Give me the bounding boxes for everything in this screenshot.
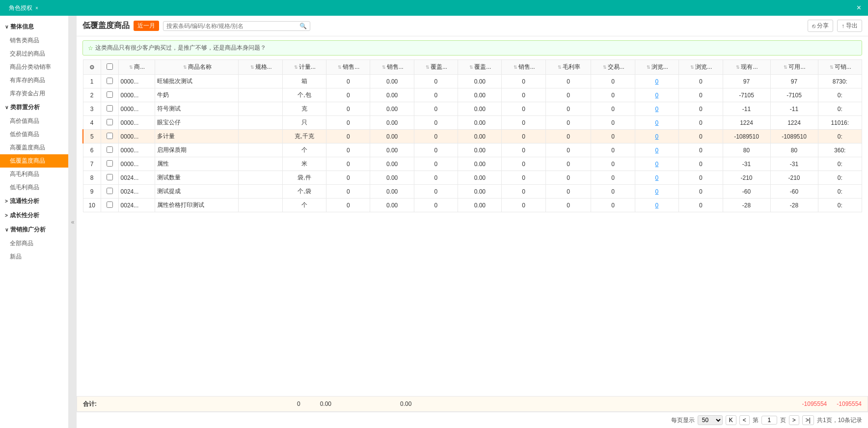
row-checkbox[interactable] (107, 146, 113, 153)
row-sales-count2: 0 (502, 116, 545, 130)
row-name: 启用保质期 (155, 143, 239, 157)
sidebar-toggle-btn[interactable]: « (69, 16, 77, 428)
row-name: 旺辅批次测试 (155, 75, 239, 88)
row-checkbox[interactable] (107, 174, 113, 180)
col-header-sales_count[interactable]: ⇅销售... (326, 60, 370, 75)
sidebar-item-库存资金占用[interactable]: 库存资金占用 (0, 87, 68, 100)
page-number-input[interactable] (761, 416, 777, 425)
sidebar-section-营销推广分析[interactable]: ∨营销推广分析 (0, 223, 68, 237)
col-header-available_stock[interactable]: ⇅可用... (770, 60, 818, 75)
prev-page-btn[interactable]: < (739, 415, 750, 425)
row-checkbox[interactable] (107, 133, 113, 139)
row-saleable: 0: (818, 199, 862, 212)
row-checkbox[interactable] (107, 78, 113, 84)
row-coverage2: 0.00 (458, 143, 502, 157)
views-link[interactable]: 0 (655, 119, 659, 126)
row-views2: 0 (679, 171, 723, 185)
select-all-checkbox[interactable] (107, 63, 113, 70)
sidebar-section-流通性分析[interactable]: >流通性分析 (0, 194, 68, 208)
row-number: 4 (83, 116, 101, 130)
row-gross-margin: 0 (545, 116, 591, 130)
col-header-coverage1[interactable]: ⇅覆盖... (414, 60, 458, 75)
row-name: 符号测试 (155, 102, 239, 116)
row-coverage1: 0 (414, 88, 458, 102)
col-header-sales_count2[interactable]: ⇅销售... (502, 60, 545, 75)
views-link[interactable]: 0 (655, 147, 659, 154)
row-views1: 0 (635, 102, 678, 116)
nav-item-权限设置[interactable]: 权限设置 × (4, 0, 55, 2)
table-container[interactable]: ⚙⇅商...⇅商品名称⇅规格...⇅计量...⇅销售...⇅销售...⇅覆盖..… (77, 59, 868, 396)
row-views1: 0 (635, 199, 678, 212)
sidebar-item-销售类商品[interactable]: 销售类商品 (0, 34, 68, 47)
col-header-current_stock[interactable]: ⇅现有... (723, 60, 770, 75)
views-link[interactable]: 0 (655, 92, 659, 99)
col-header-spec[interactable]: ⇅规格... (239, 60, 282, 75)
views-link[interactable]: 0 (655, 133, 659, 140)
sidebar-item-有库存的商品[interactable]: 有库存的商品 (0, 74, 68, 87)
row-checkbox[interactable] (107, 119, 113, 125)
first-page-btn[interactable]: K (726, 415, 736, 425)
views-link[interactable]: 0 (655, 202, 659, 209)
row-saleable: 0: (818, 185, 862, 199)
section-arrow: ∨ (5, 227, 8, 232)
sidebar-item-低价值商品[interactable]: 低价值商品 (0, 128, 68, 141)
sidebar-item-商品分类动销率[interactable]: 商品分类动销率 (0, 60, 68, 74)
per-page-select[interactable]: 50 100 200 (698, 415, 723, 425)
sidebar-item-新品[interactable]: 新品 (0, 250, 68, 263)
last-page-btn[interactable]: >| (802, 415, 814, 425)
table-row: 100024...属性价格打印测试个00.0000.0000000-28-280… (83, 199, 862, 212)
col-header-sales_amount[interactable]: ⇅销售... (370, 60, 414, 75)
sidebar-section-整体信息[interactable]: ∨整体信息 (0, 20, 68, 34)
row-checkbox[interactable] (107, 91, 113, 98)
sidebar-item-低覆盖度商品[interactable]: 低覆盖度商品 (0, 154, 68, 168)
share-button[interactable]: ⎋ 分享 (808, 20, 833, 32)
col-header-transaction[interactable]: ⇅交易... (591, 60, 635, 75)
col-header-coverage2[interactable]: ⇅覆盖... (458, 60, 502, 75)
views-link[interactable]: 0 (655, 188, 659, 195)
row-transaction: 0 (591, 199, 635, 212)
sidebar-item-交易过的商品[interactable]: 交易过的商品 (0, 47, 68, 60)
col-header-saleable[interactable]: ⇅可销... (818, 60, 862, 75)
row-sales-count: 0 (326, 185, 370, 199)
col-header-gross_margin[interactable]: ⇅毛利率 (545, 60, 591, 75)
sidebar-section-类群置分析[interactable]: ∨类群置分析 (0, 100, 68, 114)
col-header-unit[interactable]: ⇅计量... (282, 60, 326, 75)
views-link[interactable]: 0 (655, 174, 659, 181)
sort-icon: ⇅ (690, 65, 694, 70)
views-link[interactable]: 0 (655, 161, 659, 168)
row-sales-count2: 0 (502, 185, 545, 199)
row-available-stock: -1089510 (770, 130, 818, 143)
table-row: 30000...符号测试克00.0000.0000000-11-110: (83, 102, 862, 116)
col-header-code[interactable]: ⇅商... (118, 60, 155, 75)
row-checkbox[interactable] (107, 188, 113, 194)
row-current-stock: -210 (723, 171, 770, 185)
sidebar-item-低毛利商品[interactable]: 低毛利商品 (0, 181, 68, 194)
col-header-views1[interactable]: ⇅浏览... (635, 60, 678, 75)
col-header-name[interactable]: ⇅商品名称 (155, 60, 239, 75)
nav-close-icon[interactable]: × (35, 5, 38, 11)
window-close-btn[interactable]: × (854, 3, 864, 12)
sidebar-item-高价值商品[interactable]: 高价值商品 (0, 114, 68, 128)
views-link[interactable]: 0 (655, 106, 659, 113)
search-input[interactable] (166, 23, 299, 29)
sidebar-item-高毛利商品[interactable]: 高毛利商品 (0, 168, 68, 181)
settings-icon[interactable]: ⚙ (89, 64, 95, 71)
sidebar-item-高覆盖度商品[interactable]: 高覆盖度商品 (0, 141, 68, 154)
row-sales-count: 0 (326, 75, 370, 88)
row-checkbox[interactable] (107, 160, 113, 167)
col-header-views2[interactable]: ⇅浏览... (679, 60, 723, 75)
export-button[interactable]: ↑ 导出 (837, 20, 862, 32)
row-current-stock: 80 (723, 143, 770, 157)
period-button[interactable]: 近一月 (134, 21, 159, 31)
views-link[interactable]: 0 (655, 78, 659, 85)
next-page-btn[interactable]: > (789, 415, 799, 425)
row-spec (239, 143, 282, 157)
sort-icon: ⇅ (183, 65, 187, 70)
sidebar-item-全部商品[interactable]: 全部商品 (0, 237, 68, 250)
row-unit: 个 (282, 143, 326, 157)
sidebar-section-成长性分析[interactable]: >成长性分析 (0, 208, 68, 223)
nav-item-角色授权[interactable]: 角色授权 × (4, 2, 55, 14)
row-views2: 0 (679, 116, 723, 130)
row-checkbox[interactable] (107, 201, 113, 208)
row-checkbox[interactable] (107, 105, 113, 112)
